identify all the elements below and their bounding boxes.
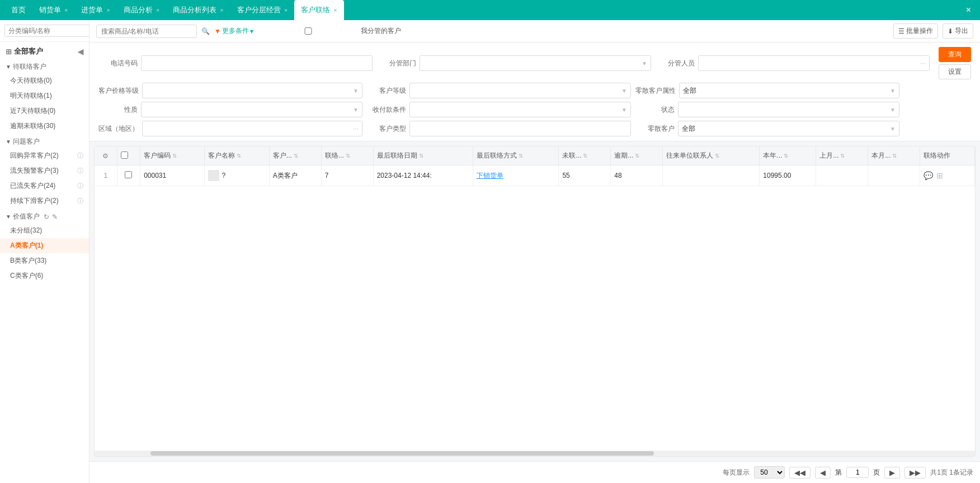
status-arrow: ▼ (890, 107, 896, 113)
section-pending-contact[interactable]: ▼ 待联络客户 (0, 59, 89, 73)
nature-label: 性质 (98, 105, 138, 115)
th-checkbox (117, 146, 140, 165)
all-customers-label[interactable]: 全部客户 (14, 46, 43, 56)
nav-product-analysis[interactable]: 商品分析 × (117, 0, 166, 20)
sort-type-icon[interactable]: ⇅ (294, 153, 298, 159)
sidebar-item-today[interactable]: 今天待联络(0) (0, 73, 89, 88)
field-phone: 电话号码 (98, 55, 373, 71)
filter-row-2: 客户价格等级 ▼ 客户等级 ▼ 零散客户属性 全部 (98, 83, 971, 98)
more-filter-button[interactable]: ▼ 更多条件 ▾ (214, 26, 253, 36)
retail-customer-arrow: ▼ (890, 126, 896, 132)
sort-name-icon[interactable]: ⇅ (237, 153, 241, 159)
close-product-analysis-list[interactable]: × (220, 7, 223, 13)
sort-contact-icon[interactable]: ⇅ (346, 153, 350, 159)
search-input[interactable] (96, 25, 197, 38)
nav-product-analysis-list[interactable]: 商品分析列表 × (166, 0, 230, 20)
section-value-customers[interactable]: ▼ 价值客户 ↻ ✎ (0, 209, 89, 223)
sidebar-collapse-button[interactable]: ◀ (78, 48, 83, 56)
last-method-link[interactable]: 下销货单 (477, 172, 503, 179)
sidebar-item-overdue[interactable]: 逾期未联络(30) (0, 119, 89, 134)
page-number-input[interactable] (846, 467, 869, 478)
table-header-row: ⚙ 客户编码⇅ 客户名称⇅ 客户...⇅ 联络...⇅ 最后联络日期⇅ 最后联络… (95, 146, 975, 165)
settings-button[interactable]: 设置 (939, 64, 971, 79)
th-overdue-label: 逾期... (614, 151, 633, 160)
sidebar-item-repeat-abnormal[interactable]: 回购异常客户(2) ⓘ (0, 148, 89, 163)
sidebar-item-declining[interactable]: 持续下滑客户(2) ⓘ (0, 193, 89, 209)
nav-customer-contact[interactable]: 客户联络 × (294, 0, 343, 20)
row-checkbox[interactable] (125, 171, 132, 178)
section-problem-customers[interactable]: ▼ 问题客户 (0, 134, 89, 148)
field-retail-customer: 零散客户 全部 ▼ (635, 121, 899, 136)
sidebar-item-tomorrow[interactable]: 明天待联络(1) (0, 88, 89, 103)
sidebar-item-churned[interactable]: 已流失客户(24) ⓘ (0, 178, 89, 193)
sidebar-item-class-b[interactable]: B类客户(33) (0, 253, 89, 268)
manager-input[interactable]: ··· (698, 55, 930, 71)
close-sales-order[interactable]: × (64, 7, 68, 13)
more-filter-label: 更多条件 (222, 26, 249, 36)
customer-grade-select[interactable]: ▼ (409, 83, 631, 98)
retail-customer-select[interactable]: 全部 ▼ (678, 121, 899, 136)
qr-icon[interactable]: ⊞ (936, 171, 943, 180)
close-product-analysis[interactable]: × (156, 7, 159, 13)
nav-customer-segmentation[interactable]: 客户分层经营 × (230, 0, 294, 20)
my-customers-checkbox[interactable] (258, 27, 359, 35)
customer-type-input[interactable] (409, 121, 631, 136)
sort-contact-person-icon[interactable]: ⇅ (715, 153, 719, 159)
refresh-icon[interactable]: ↻ (44, 213, 49, 221)
edit-icon[interactable]: ✎ (52, 213, 58, 221)
sidebar-item-class-a[interactable]: A类客户(1) (0, 238, 89, 253)
sort-code-icon[interactable]: ⇅ (172, 153, 177, 159)
sort-last-method-icon[interactable]: ⇅ (519, 153, 523, 159)
th-last-method: 最后联络方式⇅ (473, 146, 559, 165)
chevron-down-icon: ▾ (250, 27, 253, 35)
prev-page-button[interactable]: ◀ (815, 467, 831, 479)
sidebar-item-ungrouped[interactable]: 未分组(32) (0, 223, 89, 238)
last-page-button[interactable]: ▶▶ (904, 467, 926, 479)
nav-sales-order[interactable]: 销货单 × (32, 0, 74, 20)
page-size-select[interactable]: 50 100 200 (754, 466, 785, 479)
filter-icon: ▼ (214, 27, 221, 35)
content-area: 🔍 ▼ 更多条件 ▾ 我分管的客户 ☰ 批量操作 ⬇ 导出 (89, 20, 980, 483)
select-all-checkbox[interactable] (121, 151, 128, 159)
nav-home[interactable]: 首页 (4, 0, 32, 20)
status-select[interactable]: ▼ (678, 102, 899, 117)
message-icon[interactable]: 💬 (924, 171, 933, 180)
sidebar-search-input[interactable] (4, 25, 89, 37)
department-select[interactable]: ▼ (420, 55, 651, 71)
sort-this-month-icon[interactable]: ⇅ (892, 153, 897, 159)
payment-select[interactable]: ▼ (409, 102, 631, 117)
first-page-button[interactable]: ◀◀ (789, 467, 811, 479)
sort-last-date-icon[interactable]: ⇅ (419, 153, 423, 159)
sidebar-item-churn-warning[interactable]: 流失预警客户(3) ⓘ (0, 163, 89, 178)
nav-purchase-order[interactable]: 进货单 × (74, 0, 116, 20)
close-purchase-order[interactable]: × (106, 7, 110, 13)
sort-this-year-icon[interactable]: ⇅ (784, 153, 788, 159)
sort-overdue-icon[interactable]: ⇅ (635, 153, 639, 159)
th-code: 客户编码⇅ (140, 146, 205, 165)
query-button[interactable]: 查询 (939, 47, 971, 62)
phone-input[interactable] (141, 55, 373, 71)
region-input[interactable]: ··· (142, 121, 362, 136)
gear-icon[interactable]: ⚙ (102, 152, 109, 160)
row-contact-person (663, 165, 760, 186)
sidebar-item-class-c[interactable]: C类客户(6) (0, 268, 89, 283)
nature-select[interactable]: ▼ (141, 102, 362, 117)
retail-attr-select[interactable]: 全部 ▼ (679, 83, 899, 98)
sidebar-item-7days[interactable]: 近7天待联络(0) (0, 103, 89, 119)
filter-search-icon[interactable]: 🔍 (201, 27, 210, 35)
close-customer-contact[interactable]: × (333, 7, 337, 13)
th-gear[interactable]: ⚙ (95, 146, 117, 165)
table-row: 1 000031 ? A类客户 7 2023-04-12 14:44: 下销 (95, 165, 975, 186)
sort-not-contacted-icon[interactable]: ⇅ (583, 153, 587, 159)
customer-avatar (208, 170, 219, 181)
class-b-label: B类客户(33) (10, 256, 83, 266)
global-close-button[interactable]: × (962, 3, 976, 17)
next-page-button[interactable]: ▶ (884, 467, 900, 479)
batch-operation-button[interactable]: ☰ 批量操作 (893, 23, 938, 39)
export-button[interactable]: ⬇ 导出 (943, 23, 973, 39)
sort-last-month-icon[interactable]: ⇅ (840, 153, 845, 159)
close-customer-segmentation[interactable]: × (284, 7, 288, 13)
sidebar-search-area: 🔍 (0, 20, 89, 42)
th-action-label: 联络动作 (924, 151, 950, 159)
price-grade-select[interactable]: ▼ (142, 83, 362, 98)
